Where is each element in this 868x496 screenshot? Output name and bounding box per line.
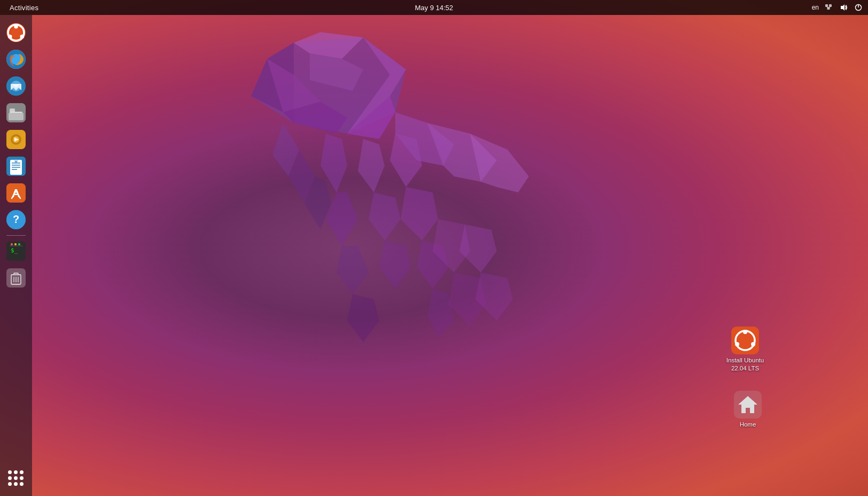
home-label: Home — [740, 421, 756, 429]
svg-marker-28 — [470, 134, 529, 192]
dock-item-ubuntu[interactable] — [4, 21, 28, 44]
rhythmbox-icon — [6, 130, 26, 149]
desktop-icon-home[interactable]: Home — [724, 387, 772, 432]
dock-divider — [6, 235, 26, 236]
svg-rect-48 — [9, 113, 24, 120]
svg-marker-9 — [288, 150, 315, 203]
home-icon — [734, 391, 762, 418]
svg-point-69 — [14, 243, 17, 245]
appcenter-icon: A — [6, 183, 26, 203]
svg-point-70 — [18, 243, 20, 245]
dock-item-show-apps[interactable] — [4, 467, 28, 490]
svg-marker-4 — [283, 102, 347, 134]
svg-marker-2 — [251, 43, 294, 123]
network-icon[interactable] — [823, 2, 834, 13]
topbar-right: en — [812, 2, 864, 13]
desktop-icon-install-ubuntu[interactable]: Install Ubuntu 22.04 LTS — [721, 323, 769, 376]
topbar: Activities May 9 14:52 en — [0, 0, 868, 15]
dock-item-thunderbird[interactable] — [4, 74, 28, 98]
svg-text:$_: $_ — [11, 247, 18, 254]
svg-point-38 — [14, 25, 18, 29]
svg-point-83 — [735, 342, 739, 346]
svg-marker-18 — [390, 134, 422, 187]
svg-point-82 — [743, 330, 747, 334]
dock-item-firefox[interactable] — [4, 48, 28, 71]
svg-point-40 — [20, 35, 25, 39]
svg-marker-34 — [841, 4, 844, 11]
activities-button[interactable]: Activities — [4, 0, 44, 15]
ubuntu-logo-icon — [6, 23, 26, 42]
svg-marker-5 — [347, 96, 395, 139]
install-ubuntu-label: Install Ubuntu 22.04 LTS — [726, 356, 764, 373]
dock-item-terminal[interactable]: $_ — [4, 239, 28, 263]
svg-marker-22 — [433, 219, 470, 273]
dock-item-appcenter[interactable]: A — [4, 181, 28, 205]
svg-text:?: ? — [13, 213, 19, 225]
svg-marker-16 — [369, 192, 401, 241]
dock-item-trash[interactable] — [4, 266, 28, 290]
svg-marker-17 — [379, 241, 411, 289]
trash-icon — [6, 268, 26, 288]
svg-text:A: A — [12, 187, 20, 200]
svg-marker-3 — [267, 59, 320, 112]
svg-marker-21 — [427, 289, 454, 337]
svg-marker-15 — [358, 139, 385, 192]
svg-point-84 — [751, 342, 755, 346]
files-icon — [6, 103, 26, 122]
svg-marker-26 — [395, 112, 454, 166]
svg-rect-29 — [825, 4, 828, 7]
dock-item-help[interactable]: ? — [4, 208, 28, 231]
svg-marker-10 — [304, 176, 331, 230]
dock: W A ? — [0, 15, 32, 496]
svg-marker-0 — [251, 37, 406, 134]
svg-marker-20 — [417, 241, 449, 289]
svg-marker-8 — [272, 123, 299, 176]
thunderbird-icon — [6, 76, 26, 96]
svg-marker-1 — [347, 37, 406, 134]
svg-text:W: W — [14, 160, 18, 163]
firefox-icon — [6, 50, 26, 69]
terminal-icon: $_ — [6, 242, 26, 261]
svg-marker-27 — [427, 123, 497, 182]
svg-marker-13 — [337, 246, 369, 294]
svg-marker-12 — [326, 192, 358, 246]
svg-marker-25 — [475, 273, 513, 321]
power-icon[interactable] — [853, 2, 864, 13]
svg-point-68 — [11, 243, 13, 245]
svg-marker-14 — [347, 294, 379, 342]
language-indicator[interactable]: en — [812, 4, 819, 11]
libreoffice-writer-icon: W — [6, 157, 26, 176]
svg-rect-30 — [829, 4, 832, 7]
svg-marker-19 — [401, 187, 438, 241]
topbar-datetime[interactable]: May 9 14:52 — [415, 4, 453, 12]
svg-point-39 — [8, 35, 12, 39]
sound-icon[interactable] — [838, 2, 849, 13]
dock-item-rhythmbox[interactable] — [4, 128, 28, 151]
wallpaper-decoration — [134, 27, 534, 358]
datetime-display: May 9 14:52 — [415, 4, 453, 12]
dock-item-files[interactable] — [4, 101, 28, 125]
svg-marker-7 — [310, 53, 363, 91]
svg-marker-6 — [294, 32, 363, 59]
svg-marker-24 — [459, 224, 497, 273]
dock-item-libreoffice-writer[interactable]: W — [4, 154, 28, 178]
install-ubuntu-icon — [731, 327, 759, 354]
show-applications-icon — [6, 469, 26, 488]
topbar-left: Activities — [4, 0, 44, 15]
svg-marker-11 — [320, 134, 347, 192]
svg-marker-23 — [449, 273, 486, 326]
help-icon: ? — [6, 210, 26, 229]
svg-rect-31 — [827, 7, 830, 10]
desktop: Activities May 9 14:52 en — [0, 0, 868, 496]
